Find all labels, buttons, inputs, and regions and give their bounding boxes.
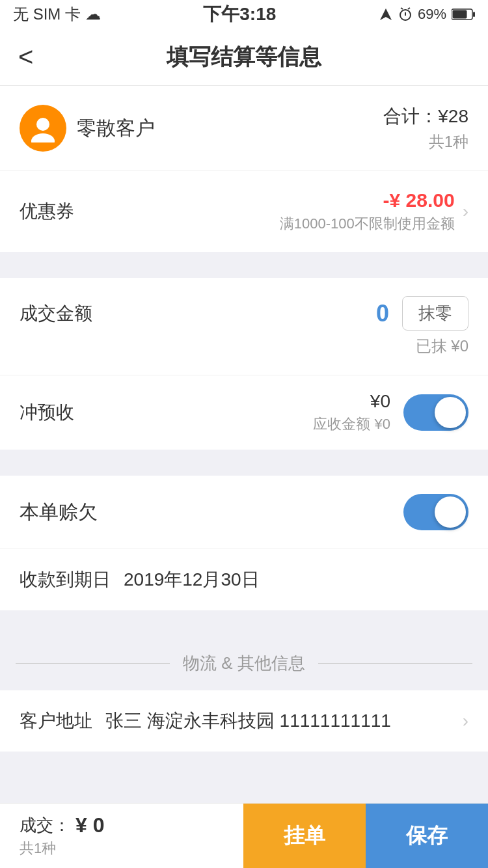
amount-input-area: 0 抹零 [350,296,468,331]
battery-percentage: 69% [418,6,446,23]
section-divider-2 [0,463,488,476]
advance-row: 冲预收 ¥0 应收金额 ¥0 [0,375,488,450]
advance-sub-amount: 应收金额 ¥0 [313,414,390,434]
address-label: 客户地址 [20,709,92,733]
transaction-section: 成交金额 0 抹零 已抹 ¥0 冲预收 ¥0 应收金额 ¥0 [0,278,488,450]
advance-toggle[interactable] [403,394,468,431]
status-left: 无 SIM 卡 ☁ [13,4,101,25]
due-date-row: 收款到期日 2019年12月30日 [0,549,488,610]
transaction-row: 成交金额 0 抹零 [20,296,468,331]
section-divider-3 [0,623,488,636]
arrears-toggle-circle [435,496,466,528]
due-date-label: 收款到期日 [20,567,111,592]
location-icon [379,7,393,21]
bottom-deal: 成交： ¥ 0 [20,813,224,837]
bottom-info: 成交： ¥ 0 共1种 [0,804,243,868]
coupon-row[interactable]: 优惠券 -¥ 28.00 满1000-100不限制使用金额 › [0,170,488,252]
svg-marker-0 [380,8,392,20]
discount-amount: -¥ 28.00 [280,189,455,211]
svg-point-8 [36,118,49,131]
logistics-header: 物流 & 其他信息 [0,636,488,690]
advance-right: ¥0 应收金额 ¥0 [313,391,468,434]
svg-line-4 [408,8,410,9]
battery-icon [452,8,475,20]
page-title: 填写结算等信息 [167,42,321,72]
coupon-chevron-icon: › [463,201,468,222]
svg-line-3 [401,8,403,9]
logistics-label: 物流 & 其他信息 [183,652,305,675]
avatar [20,105,66,152]
bottom-bar: 成交： ¥ 0 共1种 挂单 保存 [0,803,488,868]
round-button[interactable]: 抹零 [402,296,468,331]
header-line-right [318,663,472,664]
transaction-amount-row: 成交金额 0 抹零 已抹 ¥0 [0,278,488,375]
alarm-icon [398,7,413,21]
toggle-circle [435,397,466,428]
sim-status: 无 SIM 卡 ☁ [13,4,101,25]
advance-main-amount: ¥0 [313,391,390,412]
advance-label: 冲预收 [20,400,74,425]
bottom-count: 共1种 [20,839,224,858]
status-right: 69% [379,6,475,23]
customer-total: 合计：¥28 共1种 [383,104,468,152]
address-value: 张三 海淀永丰科技园 11111111111 [105,709,450,733]
address-row[interactable]: 客户地址 张三 海淀永丰科技园 11111111111 › [0,690,488,752]
customer-row: 零散客户 合计：¥28 共1种 [0,86,488,170]
discount-desc: 满1000-100不限制使用金额 [280,214,455,234]
status-time: 下午3:18 [203,2,276,27]
coupon-discount: -¥ 28.00 满1000-100不限制使用金额 [280,189,455,234]
back-button[interactable]: < [18,42,33,72]
address-section: 客户地址 张三 海淀永丰科技园 11111111111 › [0,690,488,752]
svg-rect-6 [452,10,467,19]
coupon-label: 优惠券 [20,199,74,224]
avatar-icon [29,114,57,142]
arrears-toggle[interactable] [403,494,468,530]
customer-name: 零散客户 [77,115,155,142]
arrears-label: 本单赊欠 [20,499,98,526]
status-bar: 无 SIM 卡 ☁ 下午3:18 69% [0,0,488,29]
already-rounded: 已抹 ¥0 [20,336,468,357]
transaction-label: 成交金额 [20,301,92,326]
coupon-right: -¥ 28.00 满1000-100不限制使用金额 › [280,189,468,234]
save-button[interactable]: 保存 [366,804,488,868]
hold-button[interactable]: 挂单 [243,804,366,868]
svg-point-9 [31,133,55,142]
svg-rect-7 [473,12,475,17]
arrears-section: 本单赊欠 收款到期日 2019年12月30日 [0,476,488,610]
section-divider-1 [0,265,488,278]
address-chevron-icon: › [463,711,468,731]
customer-section: 零散客户 合计：¥28 共1种 优惠券 -¥ 28.00 满1000-100不限… [0,86,488,252]
bottom-deal-amount: ¥ 0 [75,813,104,837]
customer-info: 零散客户 [20,105,155,152]
nav-bar: < 填写结算等信息 [0,29,488,86]
due-date-value[interactable]: 2019年12月30日 [124,567,260,592]
arrears-row: 本单赊欠 [0,476,488,549]
total-amount: 合计：¥28 [383,104,468,129]
bottom-deal-label: 成交： [20,814,70,837]
transaction-value[interactable]: 0 [350,300,389,327]
advance-amounts: ¥0 应收金额 ¥0 [313,391,390,434]
header-line-left [16,663,170,664]
total-count: 共1种 [383,131,468,152]
